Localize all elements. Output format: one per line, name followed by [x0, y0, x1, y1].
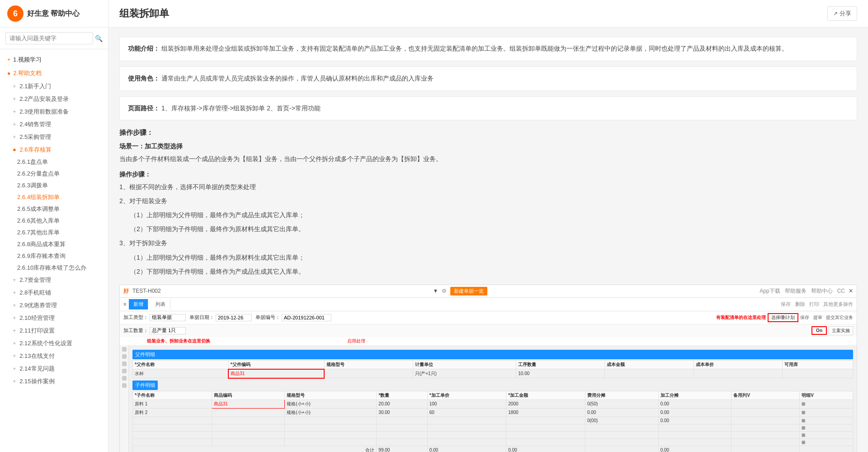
nav-tree: + 1.视频学习 ● 2.帮助文档 + 2.1新手入门 + 2.2产品安装及登录…	[0, 49, 108, 452]
step2: 2、对于组装业务	[119, 195, 857, 207]
mock-icon-sidebar	[120, 345, 129, 452]
nav-item-2-6-7[interactable]: 2.6.7其他出库单	[0, 227, 108, 238]
role-block: 使用角色： 通常由生产人员或库管人员完成拆装业务的操作，库管人员确认原材料的出库…	[119, 67, 857, 91]
mock-field-type: 加工类型：	[123, 314, 186, 321]
annotation-2-text: 组装业务、拆卸业务在这里切换	[147, 338, 210, 343]
share-icon: ↗	[833, 10, 838, 17]
search-area: 🔍	[0, 28, 108, 49]
nav-item-2-4[interactable]: + 2.4销售管理	[0, 118, 108, 131]
nav-expand-icon-2-2: +	[13, 95, 16, 102]
nav-collapse-icon-2: ●	[7, 70, 10, 76]
search-button[interactable]: 🔍	[95, 35, 103, 42]
mock-form-row: 加工类型： 单据日期： 单据编号： 有装配清单的在这里处理	[120, 311, 857, 324]
nav-item-2-1[interactable]: + 2.1新手入门	[0, 80, 108, 93]
nav-item-2-6-8[interactable]: 2.6.8商品成本重算	[0, 238, 108, 250]
scene1-desc: 当由多个子件材料组装成一个成品的业务为【组装】业务，当由一个父件拆分成多个子产品…	[119, 153, 857, 165]
mock-input-qty	[150, 327, 186, 334]
mock-lower-row-5: ⊞	[133, 431, 853, 438]
mock-lower-table: *子件名称 商品编码 规格型号 *数量 *加工单价 *加工金额 费用分摊 加工分…	[132, 391, 853, 452]
share-button[interactable]: ↗ 分享	[827, 6, 857, 21]
nav-item-2-3[interactable]: + 2.3使用前数据准备	[0, 105, 108, 118]
nav-section-2[interactable]: ● 2.帮助文档	[0, 67, 108, 80]
mock-lower-row-4: ⊞	[133, 424, 853, 431]
page-title: 组装拆卸单	[119, 7, 169, 20]
nav-item-2-6[interactable]: ● 2.6库存核算	[0, 143, 108, 156]
nav-expand-icon-2-3: +	[13, 108, 16, 115]
intro-text: 组装拆卸单用来处理企业组装或拆卸等加工业务，支持有固定装配清单的产品加工业务，也…	[161, 45, 788, 52]
mock-lower-row-1: 原料 1 商品31 规格(小+小) 20.00 100 2000 0(50) 0…	[133, 400, 853, 408]
mock-lower-section-header: 子件明细	[132, 381, 158, 390]
mock-startuse-input: On	[811, 326, 827, 335]
mock-nav-bar: ≡ 新增 列表 保存 删除 打印 其他更多操作	[120, 298, 857, 311]
nav-item-2-9[interactable]: + 2.9优惠券管理	[0, 299, 108, 312]
nav-item-2-7[interactable]: + 2.7资金管理	[0, 274, 108, 286]
step3: 3、对于拆卸业务	[119, 238, 857, 249]
mock-go-btn: 立案实施	[829, 326, 853, 335]
path-text: 1、库存核算->库存管理->组装拆卸单 2、首页->常用功能	[161, 105, 321, 112]
main-header: 组装拆卸单 ↗ 分享	[108, 0, 868, 28]
mock-lower-row-3: 0(00) 0.00 ⊞	[133, 417, 853, 424]
screenshot-mockup: 好 TEST-H002 ▼ ⚙ 新建单据一览 App下载 帮助服务 帮助中心 C…	[119, 285, 857, 452]
scene1-title: 场景一：加工类型选择	[119, 143, 857, 151]
mock-field-qty: 加工数量：	[123, 327, 186, 334]
mock-field-no: 单据编号：	[255, 314, 331, 321]
path-block: 页面路径： 1、库存核算->库存管理->组装拆卸单 2、首页->常用功能	[119, 96, 857, 121]
ops-steps-title: 操作步骤：	[119, 171, 857, 179]
nav-item-2-6-5[interactable]: 2.6.5成本调整单	[0, 203, 108, 215]
annotation-3-text: On	[816, 328, 822, 333]
mock-upper-section-header: 父件明细	[132, 350, 853, 359]
mock-lower-row-2: 原料 2 规格(小+小) 30.00 60 1800 0.00 0.00	[133, 408, 853, 417]
mock-select-plan-btn: 选择/删计划	[768, 313, 799, 322]
mock-input-type	[150, 314, 186, 321]
nav-section-1[interactable]: + 1.视频学习	[0, 53, 108, 67]
logo-icon: 6	[7, 5, 24, 22]
nav-item-2-14[interactable]: + 2.14常见问题	[0, 362, 108, 375]
nav-item-2-6-9[interactable]: 2.6.9库存账本查询	[0, 250, 108, 262]
annotation-1-text: 有装配清单的在这里处理	[716, 314, 766, 321]
mock-new-btn: 新建单据一览	[450, 287, 487, 295]
mock-table-footer: 合计 99.00 0.00 0.00 0.00	[133, 446, 853, 452]
nav-item-2-5[interactable]: + 2.5采购管理	[0, 131, 108, 143]
content-area: 功能介绍： 组装拆卸单用来处理企业组装或拆卸等加工业务，支持有固定装配清单的产品…	[108, 28, 868, 452]
intro-label: 功能介绍：	[128, 45, 160, 52]
path-label: 页面路径：	[128, 105, 160, 112]
sidebar: 6 好生意 帮助中心 🔍 + 1.视频学习 ● 2.帮助文档 + 2.1新手入门…	[0, 0, 108, 452]
mock-form-row2: 加工数量： On 立案实施	[120, 324, 857, 337]
nav-item-2-8[interactable]: + 2.8手机旺铺	[0, 286, 108, 299]
mock-tab-new: 新增	[129, 299, 148, 309]
nav-collapse-icon-2-6: ●	[13, 146, 16, 153]
main-content-area: 组装拆卸单 ↗ 分享 功能介绍： 组装拆卸单用来处理企业组装或拆卸等加工业务，支…	[108, 0, 868, 452]
nav-expand-icon-2-4: +	[13, 121, 16, 128]
nav-item-2-6-3[interactable]: 2.6.3调拨单	[0, 180, 108, 191]
mock-input-date	[216, 314, 252, 321]
nav-expand-icon-1: +	[7, 57, 10, 63]
mock-field-date: 单据日期：	[189, 314, 252, 321]
step1: 1、根据不同的业务，选择不同单据的类型来处理	[119, 181, 857, 193]
search-input[interactable]	[5, 32, 93, 44]
nav-item-2-2[interactable]: + 2.2产品安装及登录	[0, 93, 108, 105]
nav-item-2-6-2[interactable]: 2.6.2分量盘点单	[0, 168, 108, 180]
nav-item-2-15[interactable]: + 2.15操作案例	[0, 375, 108, 388]
nav-item-2-6-4[interactable]: 2.6.4组装拆卸单	[0, 191, 108, 203]
mock-titlebar: 好 TEST-H002 ▼ ⚙ 新建单据一览 App下载 帮助服务 帮助中心 C…	[120, 285, 857, 298]
nav-item-2-12[interactable]: + 2.12系统个性化设置	[0, 337, 108, 350]
annotation-3-label: 启用处理	[347, 338, 365, 343]
mock-main-section: 父件明细 *父件名称 *父件编码 规格型号 计量单位 工序数量 成本金额	[120, 345, 857, 452]
step3-1: （1）上部明细为父件明细，最终作为原材料生成其它出库单；	[130, 252, 857, 263]
nav-item-2-6-10[interactable]: 2.6.10库存账本错了怎么办	[0, 262, 108, 274]
mock-upper-table-row-1: 水杯 商品31 只(产+1只) 10.00	[133, 369, 853, 378]
nav-item-2-10[interactable]: + 2.10经营管理	[0, 312, 108, 324]
nav-item-2-6-6[interactable]: 2.6.6其他入库单	[0, 215, 108, 227]
nav-item-2-6-1[interactable]: 2.6.1盘点单	[0, 156, 108, 168]
mock-table-area: 父件明细 *父件名称 *父件编码 规格型号 计量单位 工序数量 成本金额	[129, 345, 857, 452]
role-text: 通常由生产人员或库管人员完成拆装业务的操作，库管人员确认原材料的出库和产成品的入…	[161, 75, 434, 82]
nav-expand-icon-2-5: +	[13, 133, 16, 140]
ops-section: 操作步骤： 场景一：加工类型选择 当由多个子件材料组装成一个成品的业务为【组装】…	[119, 128, 857, 452]
step2-2: （2）下部明细为子件明细，最终作为原材料生成其它出库单。	[130, 224, 857, 235]
mock-tab-list: 列表	[151, 299, 170, 309]
nav-item-2-13[interactable]: + 2.13在线支付	[0, 350, 108, 362]
mock-input-no	[282, 314, 331, 321]
step2-1: （1）上部明细为父件明细，最终作为产成品生成其它入库单；	[130, 209, 857, 221]
logo-text: 好生意 帮助中心	[27, 9, 80, 19]
nav-item-2-11[interactable]: + 2.11打印设置	[0, 324, 108, 337]
